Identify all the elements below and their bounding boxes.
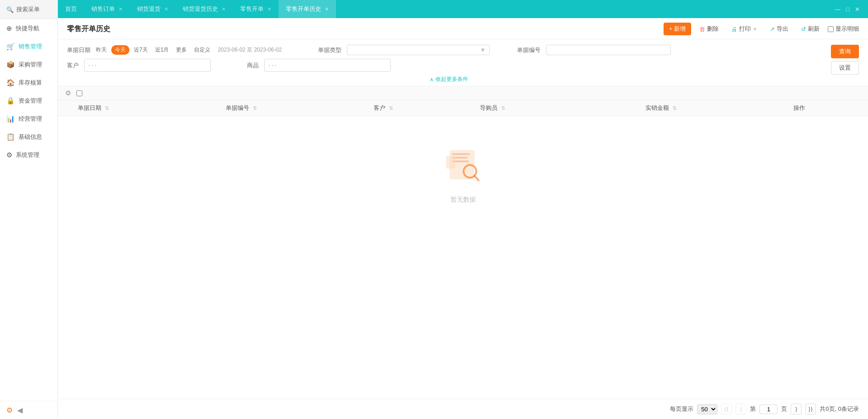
tab-sales-order[interactable]: 销售订单 ✕ <box>84 0 130 18</box>
sidebar-item-label: 经营管理 <box>19 115 42 123</box>
tab-retail-open-close[interactable]: ✕ <box>267 6 271 12</box>
pager: 每页显示 50 ⟨⟨ ⟨ 第 页 ⟩ ⟩⟩ 共0页, 0条记录 <box>58 399 868 419</box>
finance-icon: 🔒 <box>6 97 15 105</box>
sidebar-item-quick-nav[interactable]: ⊕ 快捷导航 <box>0 19 57 38</box>
operations-icon: 📊 <box>6 115 15 123</box>
docnumber-input[interactable] <box>546 45 671 55</box>
sidebar-item-inventory[interactable]: 🏠 库存核算 <box>0 74 57 92</box>
sidebar-search[interactable]: 🔍 搜索采单 <box>0 0 57 19</box>
tab-retail-open[interactable]: 零售开单 ✕ <box>233 0 279 18</box>
empty-text: 暂无数据 <box>451 196 476 204</box>
sidebar-item-operations[interactable]: 📊 经营管理 <box>0 110 57 128</box>
sidebar-item-label: 采购管理 <box>19 61 42 69</box>
tab-sales-return-history[interactable]: 销货退货历史 ✕ <box>175 0 233 18</box>
date-opt-today[interactable]: 今天 <box>111 45 129 55</box>
th-doc-date[interactable]: 单据日期 ⇅ <box>72 100 220 116</box>
sidebar-item-purchase-mgmt[interactable]: 📦 采购管理 <box>0 56 57 74</box>
window-minimize[interactable]: — <box>833 5 842 14</box>
doctype-select[interactable]: ▼ <box>347 45 490 55</box>
date-opt-custom[interactable]: 自定义 <box>191 45 213 55</box>
sidebar-item-label: 基础信息 <box>19 133 42 141</box>
customer-input-dots: ··· <box>88 61 98 70</box>
th-actual-amount-label: 实销金额 <box>645 104 669 111</box>
sidebar-collapse-icon[interactable]: ◀ <box>17 406 23 414</box>
tab-sales-return-history-label: 销货退货历史 <box>183 5 218 13</box>
th-customer[interactable]: 客户 ⇅ <box>368 100 474 116</box>
display-detail-checkbox[interactable] <box>828 26 834 32</box>
next-page-button[interactable]: ⟩ <box>791 404 802 414</box>
sort-guide-icon[interactable]: ⇅ <box>501 105 505 111</box>
tab-sales-return-history-close[interactable]: ✕ <box>222 6 226 12</box>
collapse-label: 收起更多条件 <box>436 75 468 83</box>
sidebar-item-system-mgmt[interactable]: ⚙ 系统管理 <box>0 146 57 164</box>
th-check <box>58 100 72 116</box>
system-mgmt-icon: ⚙ <box>6 151 12 159</box>
tab-sales-return-close[interactable]: ✕ <box>164 6 168 12</box>
filter-date-item: 单据日期 昨天 今天 近7天 近1月 更多 自定义 2023-06-02 至 2… <box>67 45 282 55</box>
th-actual-amount[interactable]: 实销金额 ⇅ <box>640 100 788 116</box>
table-area: ⚙ 单据日期 ⇅ 单据编号 ⇅ <box>58 86 868 399</box>
filter-fields: 单据日期 昨天 今天 近7天 近1月 更多 自定义 2023-06-02 至 2… <box>67 45 831 83</box>
th-doc-number-label: 单据编号 <box>226 104 249 111</box>
date-label: 单据日期 <box>67 46 90 54</box>
th-doc-number[interactable]: 单据编号 ⇅ <box>220 100 368 116</box>
window-close[interactable]: ✕ <box>853 5 862 14</box>
tab-home[interactable]: 首页 <box>58 0 84 18</box>
date-opt-more[interactable]: 更多 <box>173 45 190 55</box>
customer-input[interactable]: ··· <box>84 59 211 72</box>
date-opt-7days[interactable]: 近7天 <box>131 45 151 55</box>
sidebar-item-label: 库存核算 <box>19 79 42 87</box>
collapse-more-btn[interactable]: ∧ 收起更多条件 <box>67 75 831 83</box>
filter-product-item: 商品 ··· <box>247 59 391 72</box>
page-word-pre: 第 <box>750 405 756 413</box>
refresh-button[interactable]: ↺ 刷新 <box>797 23 824 35</box>
tab-retail-open-history-close[interactable]: ✕ <box>325 6 329 12</box>
display-detail-toggle[interactable]: 显示明细 <box>828 25 859 33</box>
refresh-icon: ↺ <box>801 26 806 33</box>
sort-actual-amount-icon[interactable]: ⇅ <box>673 105 677 111</box>
settings-gear-icon[interactable]: ⚙ <box>6 406 13 414</box>
tab-retail-open-history-label: 零售开单历史 <box>286 5 321 13</box>
filter-settings-button[interactable]: 设置 <box>831 61 859 75</box>
product-input[interactable]: ··· <box>264 59 391 72</box>
query-button[interactable]: 查询 <box>831 45 859 58</box>
th-guide[interactable]: 导购员 ⇅ <box>474 100 602 116</box>
th-doc-date-label: 单据日期 <box>78 104 101 111</box>
sidebar-item-finance[interactable]: 🔒 资金管理 <box>0 92 57 110</box>
per-page-select[interactable]: 50 <box>697 404 717 414</box>
sort-doc-date-icon[interactable]: ⇅ <box>105 105 109 111</box>
print-dropdown-icon[interactable]: ▼ <box>753 27 757 32</box>
delete-icon: 🗑 <box>699 26 705 33</box>
select-all-checkbox[interactable] <box>76 90 82 96</box>
sort-doc-number-icon[interactable]: ⇅ <box>253 105 257 111</box>
last-page-button[interactable]: ⟩⟩ <box>805 404 816 414</box>
tab-sales-order-close[interactable]: ✕ <box>119 6 123 12</box>
doctype-dropdown-icon: ▼ <box>480 47 486 53</box>
column-settings-icon[interactable]: ⚙ <box>65 89 71 97</box>
sidebar-item-label: 资金管理 <box>19 97 42 105</box>
window-maximize[interactable]: □ <box>844 5 851 14</box>
sidebar-item-sales-mgmt[interactable]: 🛒 销售管理 <box>0 38 57 56</box>
sidebar-item-label: 系统管理 <box>16 151 39 159</box>
table-head: 单据日期 ⇅ 单据编号 ⇅ 客户 ⇅ <box>58 100 868 116</box>
delete-button[interactable]: 🗑 删除 <box>695 23 723 35</box>
window-controls: — □ ✕ <box>826 5 868 14</box>
print-button[interactable]: 🖨 打印 ▼ <box>727 23 762 35</box>
customer-label: 客户 <box>67 61 79 70</box>
first-page-button[interactable]: ⟨⟨ <box>721 404 732 414</box>
prev-page-button[interactable]: ⟨ <box>735 404 746 414</box>
date-opt-1month[interactable]: 近1月 <box>152 45 172 55</box>
page-number-input[interactable] <box>759 405 778 414</box>
sidebar-search-label: 搜索采单 <box>16 5 40 14</box>
tab-retail-open-history[interactable]: 零售开单历史 ✕ <box>279 0 336 18</box>
export-label: 导出 <box>777 25 788 33</box>
collapse-arrow-icon: ∧ <box>430 76 434 83</box>
doctype-label: 单据类型 <box>318 46 342 54</box>
sidebar-item-basic-info[interactable]: 📋 基础信息 <box>0 128 57 146</box>
tab-sales-return[interactable]: 销货退货 ✕ <box>130 0 175 18</box>
table-toolbar: ⚙ <box>58 86 868 100</box>
new-button[interactable]: + 新增 <box>664 23 691 35</box>
sort-customer-icon[interactable]: ⇅ <box>389 105 393 111</box>
export-button[interactable]: ↗ 导出 <box>765 23 793 35</box>
date-opt-yesterday[interactable]: 昨天 <box>93 45 109 55</box>
